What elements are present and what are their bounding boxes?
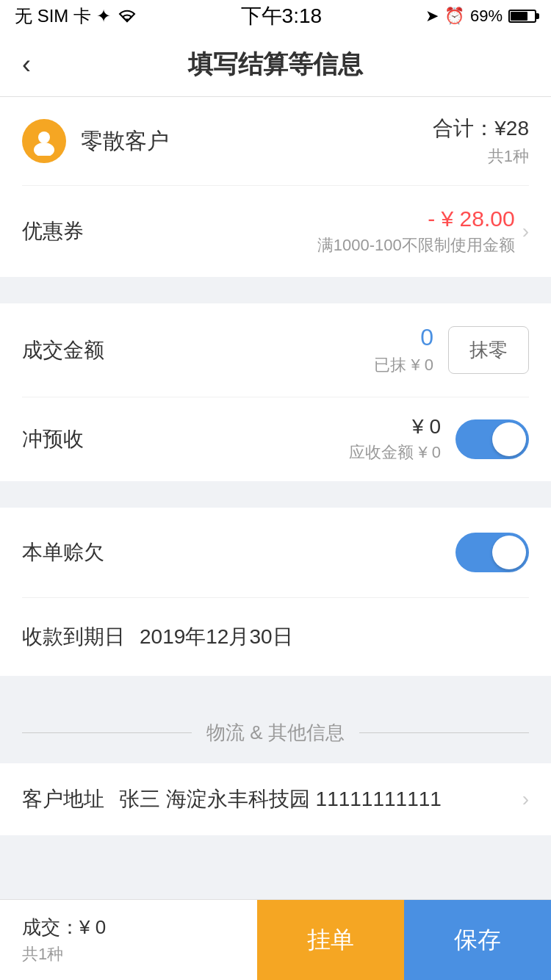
prereceive-toggle[interactable] xyxy=(455,419,529,459)
svg-point-0 xyxy=(38,131,50,143)
debt-row: 本单赊欠 xyxy=(0,508,551,597)
customer-section: 零散客户 合计：¥28 共1种 优惠券 - ¥ 28.00 满1000-100不… xyxy=(0,97,551,277)
prereceive-receivable: 应收金额 ¥ 0 xyxy=(349,442,441,464)
coupon-amount: - ¥ 28.00 xyxy=(317,206,515,231)
customer-total: 合计：¥28 xyxy=(433,115,529,143)
logistics-line-left xyxy=(22,732,192,733)
round-zero-button[interactable]: 抹零 xyxy=(448,326,529,374)
svg-point-1 xyxy=(34,143,54,156)
avatar xyxy=(22,119,66,163)
deal-label: 成交金额 xyxy=(22,336,104,364)
customer-left: 零散客户 xyxy=(22,119,169,163)
customer-right: 合计：¥28 共1种 xyxy=(433,115,529,167)
battery-icon xyxy=(508,10,536,23)
coupon-info: - ¥ 28.00 满1000-100不限制使用金额 xyxy=(317,206,515,256)
coupon-right: - ¥ 28.00 满1000-100不限制使用金额 › xyxy=(317,206,529,256)
coupon-label: 优惠券 xyxy=(22,217,84,245)
battery-percent: 69% xyxy=(470,7,503,26)
prereceive-row: 冲预收 ¥ 0 应收金额 ¥ 0 xyxy=(0,397,551,481)
section-gap-2 xyxy=(0,493,551,508)
page-title: 填写结算等信息 xyxy=(188,48,363,82)
prereceive-info: ¥ 0 应收金额 ¥ 0 xyxy=(349,415,441,464)
duedate-row: 收款到期日 2019年12月30日 xyxy=(0,598,551,676)
deal-row: 成交金额 0 已抹 ¥ 0 抹零 xyxy=(0,303,551,397)
chevron-right-icon: › xyxy=(522,220,529,243)
alarm-icon: ⏰ xyxy=(444,7,464,26)
deal-right: 0 已抹 ¥ 0 抹零 xyxy=(374,324,529,376)
location-icon: ➤ xyxy=(425,7,439,26)
prereceive-right: ¥ 0 应收金额 ¥ 0 xyxy=(349,415,529,464)
back-button[interactable]: ‹ xyxy=(22,49,31,80)
toggle-knob xyxy=(492,422,526,456)
deal-erased: 已抹 ¥ 0 xyxy=(374,354,433,376)
customer-count: 共1种 xyxy=(433,145,529,167)
section-gap-1 xyxy=(0,289,551,303)
duedate-value: 2019年12月30日 xyxy=(140,623,293,651)
coupon-row[interactable]: 优惠券 - ¥ 28.00 满1000-100不限制使用金额 › xyxy=(0,186,551,277)
customer-row: 零散客户 合计：¥28 共1种 xyxy=(0,97,551,185)
logistics-line-right xyxy=(359,732,529,733)
prereceive-amount: ¥ 0 xyxy=(349,415,441,439)
bottom-deal-label: 成交： xyxy=(22,916,79,938)
deal-amount: 0 xyxy=(374,324,433,351)
bottom-bar: 成交：¥ 0 共1种 挂单 保存 xyxy=(0,899,551,980)
save-button[interactable]: 保存 xyxy=(404,900,551,981)
sim-label: 无 SIM 卡 ✦ xyxy=(15,4,111,28)
deal-section: 成交金额 0 已抹 ¥ 0 抹零 冲预收 ¥ 0 应收金额 ¥ 0 xyxy=(0,303,551,481)
bottom-deal-line: 成交：¥ 0 xyxy=(22,915,235,940)
address-section: 客户地址 张三 海淀永丰科技园 11111111111 › xyxy=(0,763,551,835)
debt-section: 本单赊欠 收款到期日 2019年12月30日 xyxy=(0,508,551,676)
logistics-header: 物流 & 其他信息 xyxy=(0,702,551,763)
duedate-label: 收款到期日 xyxy=(22,623,125,651)
debt-label: 本单赊欠 xyxy=(22,538,104,566)
address-label: 客户地址 xyxy=(22,785,104,813)
prereceive-label: 冲预收 xyxy=(22,425,84,453)
avatar-icon xyxy=(29,126,59,156)
debt-toggle-knob xyxy=(492,536,526,569)
address-row[interactable]: 客户地址 张三 海淀永丰科技园 11111111111 › xyxy=(0,763,551,835)
status-left: 无 SIM 卡 ✦ xyxy=(15,4,137,28)
bottom-summary: 成交：¥ 0 共1种 xyxy=(0,915,257,965)
status-bar: 无 SIM 卡 ✦ 下午3:18 ➤ ⏰ 69% xyxy=(0,0,551,32)
coupon-desc: 满1000-100不限制使用金额 xyxy=(317,234,515,256)
address-value: 张三 海淀永丰科技园 11111111111 xyxy=(119,785,515,813)
deal-amount-wrap: 0 已抹 ¥ 0 xyxy=(374,324,433,376)
customer-name: 零散客户 xyxy=(81,126,169,156)
content: 零散客户 合计：¥28 共1种 优惠券 - ¥ 28.00 满1000-100不… xyxy=(0,97,551,935)
wifi-icon xyxy=(117,8,137,24)
section-gap-3 xyxy=(0,688,551,702)
address-chevron-icon: › xyxy=(522,788,529,811)
status-right: ➤ ⏰ 69% xyxy=(425,7,536,26)
bottom-deal-value: ¥ 0 xyxy=(79,916,106,938)
bottom-count: 共1种 xyxy=(22,943,235,965)
logistics-text: 物流 & 其他信息 xyxy=(192,720,359,746)
hold-button[interactable]: 挂单 xyxy=(257,900,404,981)
debt-toggle[interactable] xyxy=(455,533,529,572)
status-time: 下午3:18 xyxy=(241,2,323,30)
nav-bar: ‹ 填写结算等信息 xyxy=(0,32,551,97)
